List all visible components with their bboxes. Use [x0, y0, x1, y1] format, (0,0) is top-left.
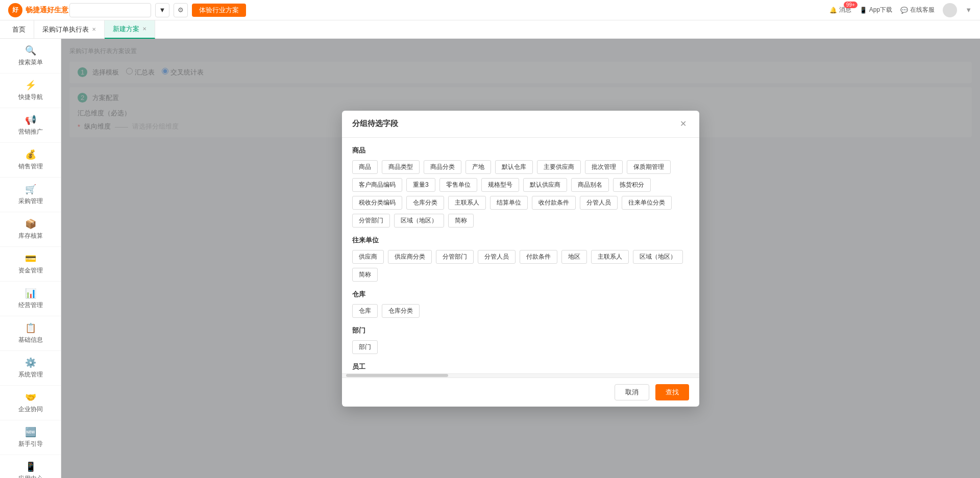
field-tag-dept-partner[interactable]: 分管部门 — [436, 250, 474, 264]
sidebar-item-marketing[interactable]: 📢 营销推广 — [0, 108, 61, 143]
app-download-label: App下载 — [869, 6, 892, 14]
field-tag-warehouse-cat[interactable]: 仓库分类 — [382, 304, 420, 318]
field-tag-payment-cond[interactable]: 付款条件 — [520, 250, 557, 264]
field-tag-short-name-partner[interactable]: 简称 — [352, 268, 378, 282]
field-tag-dept[interactable]: 部门 — [352, 340, 378, 354]
app-center-icon: 📱 — [25, 461, 36, 472]
sidebar-item-finance[interactable]: 💳 资金管理 — [0, 247, 61, 282]
field-tag-origin[interactable]: 产地 — [465, 160, 491, 174]
section-warehouse-title: 仓库 — [352, 290, 689, 299]
sidebar-item-search[interactable]: 🔍 搜索菜单 — [0, 39, 61, 73]
finance-icon: 💳 — [25, 253, 36, 264]
system-icon: ⚙️ — [25, 357, 36, 368]
field-tag-pick-points[interactable]: 拣货积分 — [613, 178, 651, 192]
tab-purchase-label: 采购订单执行表 — [42, 25, 89, 34]
sidebar-item-purchase[interactable]: 🛒 采购管理 — [0, 178, 61, 212]
field-tag-supplier[interactable]: 供应商 — [352, 250, 384, 264]
field-tag-settlement-unit[interactable]: 结算单位 — [490, 196, 528, 210]
field-tag-region-product[interactable]: 区域（地区） — [394, 214, 444, 228]
field-tag-partner-category[interactable]: 往来单位分类 — [622, 196, 672, 210]
app-download-link[interactable]: 📱 App下载 — [860, 6, 892, 14]
tab-new-plan-label: 新建方案 — [113, 24, 139, 34]
purchase-icon: 🛒 — [25, 184, 36, 195]
sidebar-search-label: 搜索菜单 — [18, 58, 43, 67]
field-tag-weight3[interactable]: 重量3 — [406, 178, 435, 192]
field-tag-supervisor-partner[interactable]: 分管人员 — [478, 250, 516, 264]
field-tag-expiry-mgmt[interactable]: 保质期管理 — [627, 160, 671, 174]
section-employee: 员工 业务员 — [352, 362, 689, 374]
sidebar-item-sales[interactable]: 💰 销售管理 — [0, 143, 61, 178]
field-tag-default-warehouse[interactable]: 默认仓库 — [495, 160, 533, 174]
confirm-button[interactable]: 查找 — [655, 384, 689, 400]
sidebar-item-app-center[interactable]: 📱 应用中心 — [0, 455, 61, 478]
modal-close-icon[interactable]: ✕ — [677, 118, 689, 130]
field-tag-payment-terms[interactable]: 收付款条件 — [532, 196, 576, 210]
sidebar-item-collab[interactable]: 🤝 企业协同 — [0, 386, 61, 420]
notification-badge[interactable]: 🔔 消息 99+ — [829, 6, 851, 14]
field-tag-product-category[interactable]: 商品分类 — [424, 160, 461, 174]
sidebar-inventory-label: 库存核算 — [18, 232, 43, 240]
field-tag-supplier-category[interactable]: 供应商分类 — [388, 250, 432, 264]
field-tag-supervisor[interactable]: 分管人员 — [580, 196, 618, 210]
field-tag-main-contact-partner[interactable]: 主联系人 — [591, 250, 629, 264]
tab-purchase-list[interactable]: 采购订单执行表 ✕ — [34, 20, 105, 39]
download-icon: 📱 — [860, 7, 867, 14]
section-employee-title: 员工 — [352, 362, 689, 371]
sidebar-item-basic-info[interactable]: 📋 基础信息 — [0, 316, 61, 351]
modal-title: 分组待选字段 — [352, 119, 398, 129]
field-tag-short-name-product[interactable]: 简称 — [448, 214, 474, 228]
sidebar-item-guide[interactable]: 🆕 新手引导 — [0, 420, 61, 455]
sidebar-guide-label: 新手引导 — [18, 440, 43, 448]
field-tag-district[interactable]: 地区 — [561, 250, 587, 264]
cancel-button[interactable]: 取消 — [615, 384, 649, 400]
tab-new-plan-close-icon[interactable]: ✕ — [142, 26, 146, 32]
modal-horizontal-scrollbar[interactable] — [342, 373, 699, 377]
basic-info-icon: 📋 — [25, 322, 36, 334]
field-tag-product-type[interactable]: 商品类型 — [382, 160, 420, 174]
tab-home[interactable]: 首页 — [4, 20, 34, 39]
field-tag-region-partner[interactable]: 区域（地区） — [633, 250, 683, 264]
top-header: 好 畅捷通好生意 ▼ ⚙ 体验行业方案 🔔 消息 99+ 📱 App下载 💬 在… — [0, 0, 980, 20]
field-tag-warehouse-category[interactable]: 仓库分类 — [406, 196, 444, 210]
gear-icon[interactable]: ⚙ — [174, 3, 188, 17]
field-tag-dept-mgmt[interactable]: 分管部门 — [352, 214, 390, 228]
field-tag-spec-model[interactable]: 规格型号 — [481, 178, 519, 192]
sales-icon: 💰 — [25, 149, 36, 160]
message-icon: 🔔 — [829, 7, 837, 14]
section-product-title: 商品 — [352, 146, 689, 155]
field-tag-product[interactable]: 商品 — [352, 160, 378, 174]
search-icon: 🔍 — [25, 45, 36, 56]
field-tag-main-supplier[interactable]: 主要供应商 — [537, 160, 581, 174]
collab-icon: 🤝 — [25, 392, 36, 403]
field-tag-main-contact[interactable]: 主联系人 — [448, 196, 486, 210]
sidebar-item-operations[interactable]: 📊 经营管理 — [0, 282, 61, 316]
field-tag-batch-mgmt[interactable]: 批次管理 — [585, 160, 623, 174]
field-tag-warehouse[interactable]: 仓库 — [352, 304, 378, 318]
section-dept-title: 部门 — [352, 326, 689, 335]
quick-nav-icon: ⚡ — [25, 80, 36, 91]
search-dropdown-icon[interactable]: ▼ — [155, 3, 169, 17]
product-field-tags: 商品 商品类型 商品分类 产地 默认仓库 主要供应商 批次管理 保质期管理 客户… — [352, 160, 689, 228]
more-icon[interactable]: ▼ — [965, 6, 972, 14]
hscroll-thumb — [346, 374, 448, 377]
field-tag-tax-code[interactable]: 税收分类编码 — [352, 196, 402, 210]
field-tag-customer-code[interactable]: 客户商品编码 — [352, 178, 402, 192]
tab-purchase-close-icon[interactable]: ✕ — [92, 27, 96, 32]
tab-new-plan[interactable]: 新建方案 ✕ — [105, 20, 155, 39]
field-tag-default-supplier[interactable]: 默认供应商 — [523, 178, 567, 192]
modal-body[interactable]: 商品 商品 商品类型 商品分类 产地 默认仓库 主要供应商 批次管理 保质期管理… — [342, 138, 699, 374]
sidebar-item-quick-nav[interactable]: ⚡ 快捷导航 — [0, 73, 61, 108]
field-tag-retail-unit[interactable]: 零售单位 — [439, 178, 477, 192]
sidebar-quick-nav-label: 快捷导航 — [18, 93, 43, 102]
online-service-link[interactable]: 💬 在线客服 — [900, 6, 935, 14]
sidebar-item-inventory[interactable]: 📦 库存核算 — [0, 212, 61, 247]
search-input[interactable] — [69, 3, 151, 17]
header-search: ▼ ⚙ 体验行业方案 — [69, 3, 829, 17]
field-tag-product-alias[interactable]: 商品别名 — [571, 178, 609, 192]
avatar[interactable] — [943, 3, 957, 17]
sidebar-item-system[interactable]: ⚙️ 系统管理 — [0, 351, 61, 386]
tab-bar: 首页 采购订单执行表 ✕ 新建方案 ✕ — [0, 20, 980, 39]
online-service-label: 在线客服 — [910, 6, 935, 14]
badge-count: 99+ — [844, 2, 857, 8]
trial-button[interactable]: 体验行业方案 — [192, 4, 246, 17]
